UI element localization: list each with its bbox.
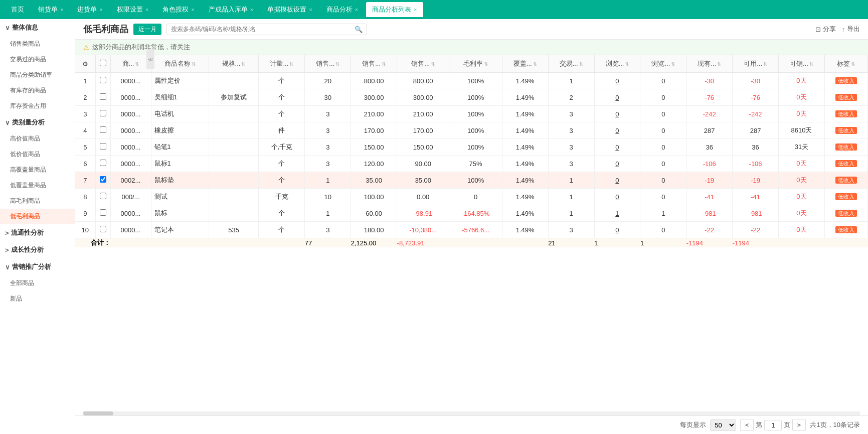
row-checkbox[interactable]	[95, 139, 110, 156]
col-sellable[interactable]: 可销...⇅	[779, 55, 825, 73]
row-name[interactable]: 电话机	[151, 106, 209, 122]
row-checkbox[interactable]	[95, 222, 110, 238]
row-name[interactable]: 吴细细1	[151, 89, 209, 106]
row-view1[interactable]: 0	[594, 172, 640, 189]
close-icon[interactable]: ×	[309, 7, 312, 13]
sidebar-item-new-products[interactable]: 新品	[0, 291, 75, 307]
col-gross-margin[interactable]: 毛利率⇅	[449, 55, 502, 73]
nav-home[interactable]: 首页	[5, 2, 30, 17]
sidebar-group-growth[interactable]: > 成长性分析	[0, 241, 75, 258]
row-checkbox[interactable]	[95, 172, 110, 189]
sidebar-item-low-margin[interactable]: 低毛利商品	[0, 209, 75, 224]
row-view1[interactable]: 1	[594, 205, 640, 222]
nav-template-settings[interactable]: 单据模板设置 ×	[261, 2, 318, 17]
sidebar-group-circulation[interactable]: > 流通性分析	[0, 224, 75, 241]
sidebar-collapse-button[interactable]: ≪	[146, 49, 154, 69]
close-icon[interactable]: ×	[414, 7, 417, 13]
col-tag[interactable]: 标签⇅	[824, 55, 867, 73]
sidebar-group-category[interactable]: ∨ 类别量分析	[0, 114, 75, 131]
col-sales-profit[interactable]: 销售...⇅	[397, 55, 449, 73]
row-view1[interactable]: 0	[594, 73, 640, 89]
row-view1[interactable]: 0	[594, 122, 640, 139]
col-view1[interactable]: 浏览...⇅	[594, 55, 640, 73]
scrollbar-thumb[interactable]	[83, 411, 113, 415]
sidebar-group-overall[interactable]: ∨ 整体信息	[0, 19, 75, 36]
sidebar-item-low-coverage[interactable]: 低覆盖量商品	[0, 178, 75, 193]
period-button[interactable]: 近一月	[133, 24, 161, 35]
col-available[interactable]: 可用...⇅	[733, 55, 779, 73]
horizontal-scrollbar[interactable]	[83, 411, 860, 415]
export-button[interactable]: ↑ 导出	[842, 25, 860, 34]
row-name[interactable]: 属性定价	[151, 73, 209, 89]
next-page-button[interactable]: ＞	[792, 419, 806, 431]
row-checkbox[interactable]	[95, 89, 110, 106]
row-name[interactable]: 鼠标	[151, 205, 209, 222]
select-all-checkbox[interactable]	[100, 60, 106, 66]
col-settings[interactable]: ⚙	[75, 55, 95, 73]
row-checkbox[interactable]	[95, 106, 110, 122]
row-view1[interactable]: 0	[594, 89, 640, 106]
sidebar-item-category-sales-rate[interactable]: 商品分类助销率	[0, 67, 75, 83]
sidebar-item-all-products[interactable]: 全部商品	[0, 275, 75, 291]
row-checkbox[interactable]	[95, 189, 110, 205]
row-name[interactable]: 鼠标1	[151, 156, 209, 172]
search-input[interactable]	[171, 26, 355, 33]
sidebar-item-sales-products[interactable]: 销售类商品	[0, 36, 75, 52]
sidebar-item-high-coverage[interactable]: 高覆盖量商品	[0, 162, 75, 178]
row-checkbox[interactable]	[95, 205, 110, 222]
col-current[interactable]: 现有...⇅	[686, 55, 733, 73]
close-icon[interactable]: ×	[355, 7, 358, 13]
col-spec[interactable]: 规格...⇅	[209, 55, 259, 73]
row-checkbox[interactable]	[95, 73, 110, 89]
col-code[interactable]: 商...⇅	[110, 55, 151, 73]
row-view1[interactable]: 0	[594, 106, 640, 122]
nav-purchase-order[interactable]: 进货单 ×	[71, 2, 108, 17]
row-checkbox[interactable]	[95, 122, 110, 139]
sidebar-item-low-value[interactable]: 低价值商品	[0, 147, 75, 162]
col-unit[interactable]: 计量...⇅	[259, 55, 305, 73]
row-view1[interactable]: 0	[594, 139, 640, 156]
col-coverage[interactable]: 覆盖...⇅	[502, 55, 548, 73]
prev-page-button[interactable]: ＜	[740, 419, 754, 431]
col-name[interactable]: 商品名称⇅	[151, 55, 209, 73]
nav-permission[interactable]: 权限设置 ×	[111, 2, 154, 17]
page-number-input[interactable]	[764, 420, 782, 430]
row-name[interactable]: 橡皮擦	[151, 122, 209, 139]
row-name[interactable]: 笔记本	[151, 222, 209, 238]
share-button[interactable]: ⊡ 分享	[815, 25, 836, 34]
col-sales-amount[interactable]: 销售...⇅	[351, 55, 397, 73]
close-icon[interactable]: ×	[60, 7, 63, 13]
sidebar-group-marketing[interactable]: ∨ 营销推广分析	[0, 258, 75, 275]
search-icon[interactable]: 🔍	[355, 26, 363, 33]
nav-product-analysis[interactable]: 商品分析 ×	[320, 2, 364, 17]
nav-sales-order[interactable]: 销货单 ×	[32, 2, 69, 17]
close-icon[interactable]: ×	[145, 7, 148, 13]
nav-product-analysis-list[interactable]: 商品分析列表 ×	[366, 2, 423, 17]
col-trade[interactable]: 交易...⇅	[548, 55, 594, 73]
col-view2[interactable]: 浏览...⇅	[640, 55, 686, 73]
close-icon[interactable]: ×	[191, 7, 194, 13]
per-page-select[interactable]: 50 100 200	[710, 419, 736, 431]
row-sellable: 0天	[779, 172, 825, 189]
col-checkbox[interactable]	[95, 55, 110, 73]
sidebar-item-stock-capital[interactable]: 库存资金占用	[0, 98, 75, 114]
row-name[interactable]: 鼠标垫	[151, 172, 209, 189]
nav-product-inbound[interactable]: 产成品入库单 ×	[203, 2, 259, 17]
row-name[interactable]: 铅笔1	[151, 139, 209, 156]
close-icon[interactable]: ×	[250, 7, 253, 13]
col-sales-qty[interactable]: 销售...⇅	[305, 55, 351, 73]
sidebar-item-high-value[interactable]: 高价值商品	[0, 131, 75, 147]
row-no: 10	[75, 222, 95, 238]
row-checkbox[interactable]	[95, 156, 110, 172]
sidebar-item-traded-products[interactable]: 交易过的商品	[0, 52, 75, 67]
sidebar-item-stock-products[interactable]: 有库存的商品	[0, 83, 75, 98]
nav-role-auth[interactable]: 角色授权 ×	[156, 2, 200, 17]
row-view1[interactable]: 0	[594, 222, 640, 238]
row-view1[interactable]: 0	[594, 189, 640, 205]
sidebar-item-high-margin[interactable]: 高毛利商品	[0, 193, 75, 209]
row-name[interactable]: 测试	[151, 189, 209, 205]
table-row: 6 0000... 鼠标1 个 3 120.00 90.00 75% 1.49%…	[75, 156, 868, 172]
row-view1[interactable]: 0	[594, 156, 640, 172]
close-icon[interactable]: ×	[99, 7, 102, 13]
row-current: -22	[686, 222, 733, 238]
